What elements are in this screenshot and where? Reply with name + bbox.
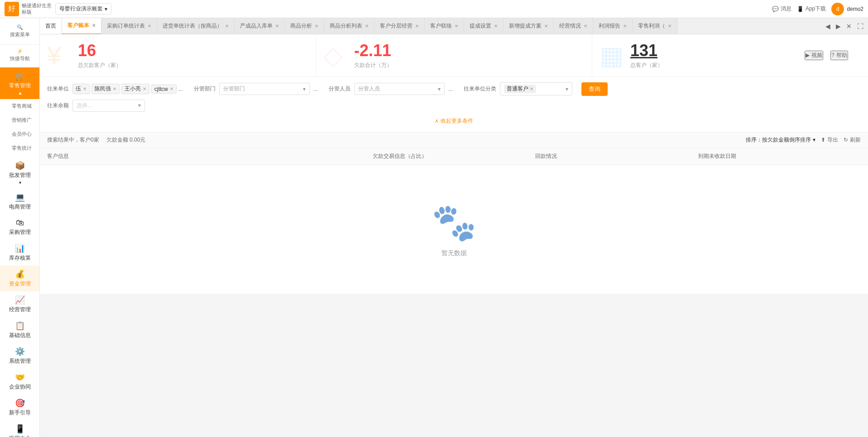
tag-close-cjttcw[interactable]: ✕	[170, 86, 173, 91]
tab-customer-account[interactable]: 客户账本 ✕	[62, 18, 101, 34]
sidebar-item-retail-mall[interactable]: 零售商城	[0, 99, 39, 113]
sort-select[interactable]: 排序：按欠款金额倒序排序 ▾	[746, 136, 815, 144]
tab-customer-contact[interactable]: 客户联络 ✕	[425, 18, 464, 34]
tab-close-icon[interactable]: ✕	[225, 24, 229, 28]
sidebar-item-finance[interactable]: 💰 资金管理	[0, 266, 39, 291]
sidebar-item-enterprise-coop[interactable]: 🤝 企业协同	[0, 369, 39, 394]
tag-close-chen[interactable]: ✕	[113, 86, 116, 91]
tab-home[interactable]: 首页	[40, 18, 62, 34]
org-selector[interactable]: 母婴行业演示账套 ▾	[55, 3, 111, 14]
app-download-button[interactable]: 📱 App下载	[797, 5, 826, 13]
sidebar-item-member-center[interactable]: 会员中心	[0, 127, 39, 141]
tab-business-status[interactable]: 经营情况 ✕	[554, 18, 593, 34]
tab-retail-profit[interactable]: 零售利润（ ✕	[633, 18, 677, 34]
refresh-button[interactable]: ↻ 刷新	[844, 136, 861, 144]
sidebar-item-operation[interactable]: 📈 经营管理	[0, 291, 39, 317]
basic-info-icon: 📋	[15, 321, 25, 331]
stat-label-debt: 欠款合计（万）	[354, 62, 392, 69]
help-button[interactable]: ? 帮助	[830, 51, 848, 60]
chevron-up-icon: ∧	[435, 118, 439, 124]
download-icon: 📱	[797, 6, 804, 12]
stat-info-total: 131 总客户（家）	[630, 42, 663, 69]
tab-close-icon[interactable]: ✕	[148, 24, 151, 28]
message-button[interactable]: 💬 消息	[772, 5, 791, 13]
sidebar-item-retail-stats[interactable]: 零售统计	[0, 141, 39, 155]
tab-close-icon[interactable]: ✕	[415, 24, 419, 28]
user-menu[interactable]: d demo2	[831, 3, 863, 15]
sidebar-item-system[interactable]: ⚙️ 系统管理	[0, 343, 39, 369]
branch-person-more-button[interactable]: ...	[448, 86, 453, 92]
tab-product-analysis[interactable]: 商品分析 ✕	[285, 18, 324, 34]
main-layout: 🔍 搜索菜单 ⚡ 快捷导航 🛒 零售管理 ▲ 零售商城 营销推广 会员中心 零售…	[0, 18, 868, 437]
search-icon: 🔍	[17, 24, 23, 30]
sidebar-item-retail-mgmt[interactable]: 🛒 零售管理 ▲	[0, 67, 39, 99]
filter-more-button[interactable]: ...	[178, 86, 183, 92]
sidebar-item-app-center[interactable]: 📱 应用中心	[0, 420, 39, 437]
query-button[interactable]: 查询	[581, 82, 608, 96]
empty-state-icon: 🐾	[432, 201, 477, 244]
tab-nav-right-button[interactable]: ▶	[834, 22, 843, 31]
sidebar-item-wholesale-mgmt[interactable]: 📦 批发管理 ▾	[0, 157, 39, 189]
nav-icon: ⚡	[17, 48, 23, 54]
tag-close-unit[interactable]: ✕	[530, 86, 533, 91]
tab-close-icon[interactable]: ✕	[92, 23, 96, 28]
export-button[interactable]: ⬆ 导出	[821, 136, 838, 144]
tab-close-icon[interactable]: ✕	[494, 24, 498, 28]
tab-close-icon[interactable]: ✕	[584, 24, 587, 28]
collapse-filter-button[interactable]: ∧ 收起更多条件	[47, 115, 861, 127]
unit-category-select[interactable]: 普通客户 ✕ ▾	[500, 82, 572, 95]
tab-close-icon[interactable]: ✕	[623, 24, 627, 28]
tab-close-icon[interactable]: ✕	[455, 24, 458, 28]
message-icon: 💬	[772, 6, 779, 12]
refresh-icon: ↻	[844, 137, 848, 143]
tab-production[interactable]: 产成品入库单 ✕	[235, 18, 285, 34]
stat-card-debtor-customers: ¥ 16 总欠款客户（家）	[40, 34, 316, 76]
video-help-button[interactable]: ▶ 视频	[805, 51, 823, 60]
stat-card-total-customers: ▦ 131 总客户（家） ▶ 视频 ? 帮助	[592, 34, 868, 76]
stat-value-debt: -2.11	[354, 42, 392, 60]
tab-customer-segment[interactable]: 客户分层经营 ✕	[374, 18, 425, 34]
branch-person-select[interactable]: 分管人员 ▾	[354, 83, 445, 95]
tab-product-analysis-list[interactable]: 商品分析列表 ✕	[324, 18, 374, 34]
remaining-balance-select[interactable]: 选择... ▾	[72, 100, 145, 112]
wholesale-mgmt-icon: 📦	[15, 161, 25, 171]
branch-dept-select[interactable]: 分管部门 ▾	[219, 83, 310, 95]
quick-nav-button[interactable]: ⚡ 快捷导航	[0, 45, 39, 66]
sidebar-item-ecommerce[interactable]: 💻 电商管理	[0, 189, 39, 214]
filter-tags: 伍 ✕ 陈民强 ✕ 王小亮 ✕ cjttcw ✕	[72, 84, 183, 94]
tag-close-wang[interactable]: ✕	[143, 86, 146, 91]
table-col-customer: 客户信息	[47, 152, 373, 160]
tab-promotion-settings[interactable]: 提成设置 ✕	[464, 18, 504, 34]
chevron-down-icon: ▾	[438, 86, 441, 92]
search-menu-button[interactable]: 🔍 搜索菜单	[4, 22, 36, 41]
branch-dept-more-button[interactable]: ...	[313, 86, 318, 92]
tag-close-wu[interactable]: ✕	[83, 86, 86, 91]
sidebar-item-inventory[interactable]: 📊 库存核算	[0, 240, 39, 266]
tab-close-icon[interactable]: ✕	[315, 24, 318, 28]
tab-profit-report[interactable]: 利润报告 ✕	[593, 18, 633, 34]
filter-row-2: 往来余额 选择... ▾	[47, 100, 861, 112]
sidebar-item-purchase[interactable]: 🛍 采购管理	[0, 214, 39, 240]
export-icon: ⬆	[821, 137, 825, 143]
stats-row: ¥ 16 总欠款客户（家） ◇ -2.11 欠款合计（万） ▦	[40, 34, 868, 77]
debt-amount-text: 欠款金额 0.00元	[106, 136, 146, 144]
tab-nav-left-button[interactable]: ◀	[824, 22, 832, 31]
sidebar-item-marketing[interactable]: 营销推广	[0, 113, 39, 127]
chevron-down-icon: ▾	[303, 86, 306, 92]
filter-row-1: 往来单位 伍 ✕ 陈民强 ✕ 王小亮 ✕	[47, 82, 861, 96]
chevron-down-icon: ▾	[105, 6, 107, 12]
tab-add-promotion[interactable]: 新增提成方案 ✕	[504, 18, 554, 34]
tab-close-icon[interactable]: ✕	[365, 24, 369, 28]
sort-label: 排序：按欠款金额倒序排序	[746, 136, 811, 144]
sidebar-item-new-guide[interactable]: 🎯 新手引导	[0, 394, 39, 420]
tab-purchase-order[interactable]: 采购订单统计表 ✕	[101, 18, 157, 34]
tab-close-icon[interactable]: ✕	[544, 24, 548, 28]
tab-close-icon[interactable]: ✕	[668, 24, 671, 28]
tab-close-all-button[interactable]: ✕	[844, 22, 854, 31]
tab-maximize-button[interactable]: ⛶	[855, 22, 865, 31]
sidebar-item-basic-info[interactable]: 📋 基础信息	[0, 317, 39, 343]
stat-info-debtors: 16 总欠款客户（家）	[78, 42, 121, 69]
table-header: 客户信息 欠款交易信息（占比） 回款情况 到期未收款日期	[40, 148, 868, 165]
tab-close-icon[interactable]: ✕	[275, 24, 279, 28]
tab-inventory-stats[interactable]: 进货单统计表（按商品） ✕	[157, 18, 235, 34]
